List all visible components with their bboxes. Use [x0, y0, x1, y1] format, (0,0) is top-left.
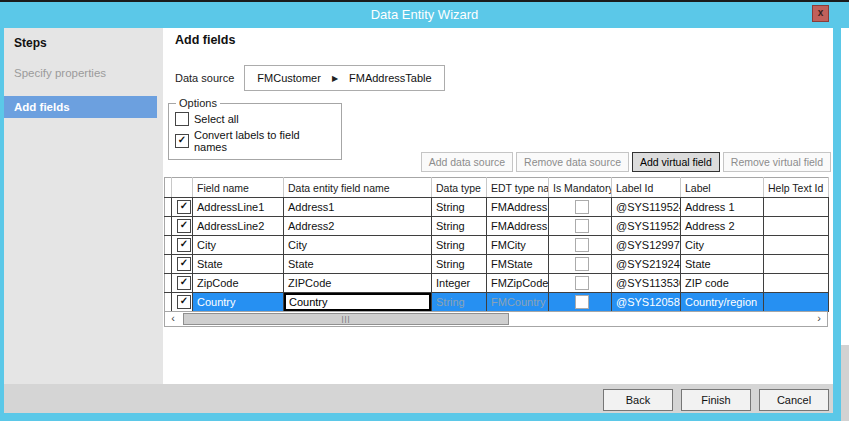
close-icon[interactable]: x: [812, 5, 829, 22]
table-row[interactable]: ✓ State State String FMState @SYS21924 S…: [165, 255, 829, 274]
cell-field-name[interactable]: State: [193, 255, 284, 274]
finish-button[interactable]: Finish: [681, 389, 751, 411]
scrollbar-thumb[interactable]: |||: [183, 313, 509, 325]
table-row[interactable]: ✓ Country Country String FMCountry @SYS1…: [165, 293, 829, 312]
cell-label[interactable]: Address 1: [681, 198, 764, 217]
mandatory-checkbox[interactable]: [575, 238, 589, 252]
cell-help-text-id[interactable]: [764, 255, 829, 274]
header-label[interactable]: Label: [681, 178, 764, 198]
sidebar-item-specify-properties[interactable]: Specify properties: [14, 67, 106, 79]
cancel-button[interactable]: Cancel: [759, 389, 829, 411]
row-check-cell[interactable]: ✓: [172, 217, 193, 236]
cell-label-id[interactable]: @SYS21924: [612, 255, 681, 274]
row-checkbox[interactable]: ✓: [177, 200, 191, 214]
select-all-checkbox[interactable]: [175, 112, 189, 126]
remove-data-source-button[interactable]: Remove data source: [516, 152, 629, 172]
row-selector[interactable]: [165, 274, 172, 293]
window-title: Data Entity Wizard: [0, 2, 849, 28]
options-group-title: Options: [176, 97, 220, 109]
convert-labels-option: ✓ Convert labels to field names: [175, 129, 335, 153]
row-check-cell[interactable]: ✓: [172, 198, 193, 217]
row-check-cell[interactable]: ✓: [172, 236, 193, 255]
cell-entity-field-name[interactable]: Address2: [284, 217, 432, 236]
cell-entity-field-name[interactable]: Country: [284, 293, 432, 312]
cell-label[interactable]: State: [681, 255, 764, 274]
cell-field-name[interactable]: City: [193, 236, 284, 255]
header-help-text-id[interactable]: Help Text Id: [764, 178, 829, 198]
row-checkbox[interactable]: ✓: [177, 219, 191, 233]
row-checkbox[interactable]: ✓: [177, 238, 191, 252]
header-label-id[interactable]: Label Id: [612, 178, 681, 198]
cell-field-name[interactable]: AddressLine2: [193, 217, 284, 236]
cell-entity-field-name[interactable]: City: [284, 236, 432, 255]
table-row[interactable]: ✓ AddressLine2 Address2 String FMAddress…: [165, 217, 829, 236]
breadcrumb-segment-fmaddresstable[interactable]: FMAddressTable: [349, 72, 432, 84]
cell-label[interactable]: Country/region: [681, 293, 764, 312]
back-button[interactable]: Back: [603, 389, 673, 411]
row-selector[interactable]: [165, 198, 172, 217]
row-check-cell[interactable]: ✓: [172, 293, 193, 312]
cell-field-name[interactable]: AddressLine1: [193, 198, 284, 217]
scroll-right-icon[interactable]: ›: [811, 312, 827, 326]
row-selector[interactable]: [165, 255, 172, 274]
cell-is-mandatory[interactable]: [549, 274, 612, 293]
cell-is-mandatory[interactable]: [549, 236, 612, 255]
cell-is-mandatory[interactable]: [549, 217, 612, 236]
data-source-breadcrumb: FMCustomer ▶ FMAddressTable: [244, 65, 444, 91]
main-content: Add fields Data source FMCustomer ▶ FMAd…: [163, 28, 833, 384]
header-data-type[interactable]: Data type: [432, 178, 487, 198]
header-is-mandatory[interactable]: Is Mandatory: [549, 178, 612, 198]
mandatory-checkbox[interactable]: [575, 257, 589, 271]
cell-label[interactable]: City: [681, 236, 764, 255]
header-entity-field-name[interactable]: Data entity field name: [284, 178, 432, 198]
table-row[interactable]: ✓ City City String FMCity @SYS129977 Cit…: [165, 236, 829, 255]
cell-is-mandatory[interactable]: [549, 198, 612, 217]
cell-label-id[interactable]: @SYS119524: [612, 198, 681, 217]
scroll-left-icon[interactable]: ‹: [165, 312, 181, 326]
row-check-cell[interactable]: ✓: [172, 274, 193, 293]
steps-title: Steps: [14, 36, 47, 50]
cell-is-mandatory[interactable]: [549, 255, 612, 274]
mandatory-checkbox[interactable]: [575, 219, 589, 233]
cell-label[interactable]: ZIP code: [681, 274, 764, 293]
cell-label-id[interactable]: @SYS113530: [612, 274, 681, 293]
cell-help-text-id[interactable]: [764, 274, 829, 293]
header-edt-type-name[interactable]: EDT type name: [487, 178, 549, 198]
convert-labels-checkbox[interactable]: ✓: [175, 134, 189, 148]
breadcrumb-segment-fmcustomer[interactable]: FMCustomer: [257, 72, 321, 84]
mandatory-checkbox[interactable]: [575, 276, 589, 290]
data-source-row: Data source FMCustomer ▶ FMAddressTable: [175, 65, 445, 91]
cell-label-id[interactable]: @SYS129977: [612, 236, 681, 255]
row-checkbox[interactable]: ✓: [177, 257, 191, 271]
steps-sidebar: Steps Specify properties Add fields: [4, 28, 163, 384]
cell-help-text-id[interactable]: [764, 293, 829, 312]
mandatory-checkbox[interactable]: [575, 200, 589, 214]
row-selector[interactable]: [165, 293, 172, 312]
cell-label-id[interactable]: @SYS120586: [612, 293, 681, 312]
cell-field-name[interactable]: ZipCode: [193, 274, 284, 293]
cell-entity-field-name[interactable]: State: [284, 255, 432, 274]
cell-entity-field-name[interactable]: Address1: [284, 198, 432, 217]
cell-help-text-id[interactable]: [764, 217, 829, 236]
sidebar-item-add-fields[interactable]: Add fields: [4, 96, 157, 118]
table-row[interactable]: ✓ AddressLine1 Address1 String FMAddress…: [165, 198, 829, 217]
row-selector[interactable]: [165, 236, 172, 255]
mandatory-checkbox[interactable]: [575, 295, 589, 309]
add-data-source-button[interactable]: Add data source: [421, 152, 513, 172]
cell-help-text-id[interactable]: [764, 198, 829, 217]
cell-field-name[interactable]: Country: [193, 293, 284, 312]
remove-virtual-field-button[interactable]: Remove virtual field: [723, 152, 831, 172]
row-check-cell[interactable]: ✓: [172, 255, 193, 274]
cell-label-id[interactable]: @SYS119525: [612, 217, 681, 236]
cell-label[interactable]: Address 2: [681, 217, 764, 236]
header-field-name[interactable]: Field name: [193, 178, 284, 198]
cell-entity-field-name[interactable]: ZIPCode: [284, 274, 432, 293]
row-checkbox[interactable]: ✓: [177, 276, 191, 290]
horizontal-scrollbar[interactable]: ‹ ||| ›: [164, 311, 828, 327]
cell-is-mandatory[interactable]: [549, 293, 612, 312]
row-checkbox[interactable]: ✓: [177, 295, 191, 309]
add-virtual-field-button[interactable]: Add virtual field: [632, 152, 720, 172]
table-row[interactable]: ✓ ZipCode ZIPCode Integer FMZipCode @SYS…: [165, 274, 829, 293]
row-selector[interactable]: [165, 217, 172, 236]
cell-help-text-id[interactable]: [764, 236, 829, 255]
